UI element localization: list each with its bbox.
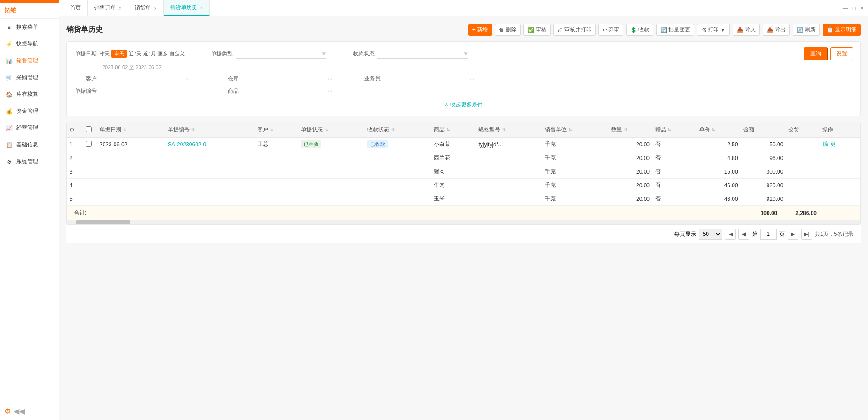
new-button[interactable]: + 新增 (468, 24, 492, 36)
sidebar-collapse-icon[interactable]: ◀◀ (14, 407, 25, 415)
col-spec-sort[interactable]: ⇅ (502, 127, 506, 132)
window-controls: — □ × (843, 5, 863, 11)
date-7days[interactable]: 近7天 (129, 50, 141, 57)
date-1month[interactable]: 近1月 (143, 50, 156, 57)
sidebar-item-sales-mgmt[interactable]: 📊 销售管理 (0, 52, 59, 69)
batch-change-button[interactable]: 🔄 批量变更 (656, 24, 694, 36)
col-doc-number-sort[interactable]: ⇅ (191, 127, 195, 132)
minimize-icon[interactable]: — (843, 5, 848, 11)
delete-button[interactable]: 🗑 删除 (495, 24, 521, 36)
date-more[interactable]: 更多 (158, 50, 168, 57)
doc-number-link[interactable]: SA-20230602-0 (168, 141, 206, 148)
date-today[interactable]: 今天 (111, 50, 127, 58)
cell-unit-price: 2.50 (697, 138, 741, 151)
page-label: 第 (752, 230, 758, 238)
tab-sales-goods[interactable]: 销货单 × (128, 0, 163, 16)
salesperson-input[interactable] (383, 75, 470, 83)
cell-index: 5 (67, 192, 83, 206)
cell-checkbox (83, 151, 97, 165)
per-page-select[interactable]: 50 100 200 (699, 229, 722, 240)
next-page-button[interactable]: ▶ (788, 229, 798, 240)
select-all-checkbox[interactable] (86, 126, 92, 132)
abandon-button[interactable]: ↩ 弃审 (598, 24, 623, 36)
doc-status-badge: 已生效 (301, 140, 321, 148)
sidebar-item-purchase-mgmt[interactable]: 🛒 采购管理 (0, 69, 59, 86)
warehouse-ellipsis[interactable]: ··· (328, 75, 332, 82)
col-unit-price-sort[interactable]: ⇅ (712, 127, 715, 132)
page-header: 销货单历史 + 新增 🗑 删除 ✅ 审核 🖨 审核并打印 ↩ 弃审 (66, 24, 861, 36)
col-customer: 客户 ⇅ (255, 122, 299, 138)
col-collection-status-sort[interactable]: ⇅ (391, 127, 395, 132)
review-print-button[interactable]: 🖨 审核并打印 (553, 24, 596, 36)
sidebar-item-basic-info[interactable]: 📋 基础信息 (0, 136, 59, 153)
date-yesterday[interactable]: 昨天 (100, 50, 110, 57)
review-button[interactable]: ✅ 审核 (523, 24, 551, 36)
cell-index: 2 (67, 151, 83, 165)
tab-sales-order[interactable]: 销售订单 × (88, 0, 128, 16)
export-button[interactable]: 📤 导出 (763, 24, 790, 36)
col-sales-unit-sort[interactable]: ⇅ (568, 127, 572, 132)
collect-button[interactable]: 💲 收款 (626, 24, 653, 36)
sidebar-item-operations[interactable]: 📈 经营管理 (0, 120, 59, 136)
col-collection-status: 收款状态 ⇅ (365, 122, 431, 138)
total-label: 合计: (74, 209, 86, 217)
doc-type-input[interactable] (236, 50, 321, 58)
print-button[interactable]: 🖨 打印 ▼ (697, 24, 730, 36)
cell-doc-status (298, 179, 365, 192)
doc-number-input[interactable] (100, 87, 191, 95)
col-qty-sort[interactable]: ⇅ (624, 127, 627, 132)
warehouse-input[interactable] (241, 75, 328, 83)
sidebar-item-inventory[interactable]: 🏠 库存核算 (0, 86, 59, 103)
col-doc-date-sort[interactable]: ⇅ (123, 127, 126, 132)
cell-gift: 否 (652, 138, 697, 151)
date-custom[interactable]: 自定义 (170, 50, 185, 57)
cell-customer: 王总 (255, 138, 299, 151)
table-settings-icon[interactable]: ⚙ (70, 127, 75, 133)
settings-button[interactable]: 设置 (830, 47, 853, 60)
last-page-button[interactable]: ▶| (801, 229, 812, 240)
maximize-icon[interactable]: □ (853, 5, 856, 11)
col-goods-sort[interactable]: ⇅ (447, 127, 450, 132)
import-button[interactable]: 📥 导入 (733, 24, 760, 36)
goods-ellipsis[interactable]: ··· (328, 88, 332, 94)
sidebar-settings-icon[interactable]: ⚙ (5, 407, 11, 415)
toolbar: + 新增 🗑 删除 ✅ 审核 🖨 审核并打印 ↩ 弃审 (468, 24, 861, 36)
more-conditions-toggle[interactable]: ∧ 收起更多条件 (74, 99, 853, 110)
refresh-button[interactable]: 🔃 刷新 (793, 24, 820, 36)
col-gift-sort[interactable]: ⇅ (667, 127, 671, 132)
customer-ellipsis[interactable]: ··· (186, 75, 191, 82)
prev-page-button[interactable]: ◀ (738, 229, 749, 240)
cell-sales-unit: 千克 (542, 165, 608, 179)
first-page-button[interactable]: |◀ (725, 229, 736, 240)
tab-home[interactable]: 首页 (64, 0, 88, 16)
query-button[interactable]: 查询 (804, 47, 828, 60)
close-icon[interactable]: × (860, 5, 863, 11)
tab-sales-history-close[interactable]: × (200, 5, 203, 10)
more-link[interactable]: 更 (830, 141, 836, 147)
tab-sales-goods-close[interactable]: × (154, 5, 156, 11)
edit-link[interactable]: 编 (823, 141, 828, 147)
goods-label: 商品 (216, 87, 239, 95)
goods-input[interactable] (241, 87, 328, 95)
sidebar-item-search-menu[interactable]: ≡ 搜索菜单 (0, 19, 59, 35)
print-icon: 🖨 (701, 27, 707, 33)
col-doc-status-sort[interactable]: ⇅ (325, 127, 328, 132)
row-checkbox[interactable] (86, 141, 92, 147)
customer-input[interactable] (100, 75, 186, 83)
tab-sales-history[interactable]: 销货单历史 × (164, 0, 210, 16)
page-number-input[interactable] (760, 229, 777, 240)
query-buttons: 查询 设置 (804, 47, 853, 60)
show-detail-button[interactable]: 📋 显示明细 (823, 24, 861, 36)
horizontal-scrollbar[interactable] (67, 220, 860, 224)
scrollbar-thumb[interactable] (76, 220, 130, 224)
cell-goods: 西兰花 (431, 151, 476, 165)
sidebar-item-quick-nav[interactable]: ⚡ 快捷导航 (0, 35, 59, 52)
salesperson-ellipsis[interactable]: ··· (470, 75, 474, 82)
sidebar-item-system-mgmt[interactable]: ⚙ 系统管理 (0, 153, 59, 170)
collection-input[interactable] (377, 50, 463, 58)
col-customer-sort[interactable]: ⇅ (270, 127, 273, 132)
tab-sales-order-close[interactable]: × (119, 5, 121, 11)
col-customer-label: 客户 (257, 126, 268, 133)
sidebar-item-finance[interactable]: 💰 资金管理 (0, 103, 59, 120)
tab-sales-order-label: 销售订单 (94, 4, 116, 12)
